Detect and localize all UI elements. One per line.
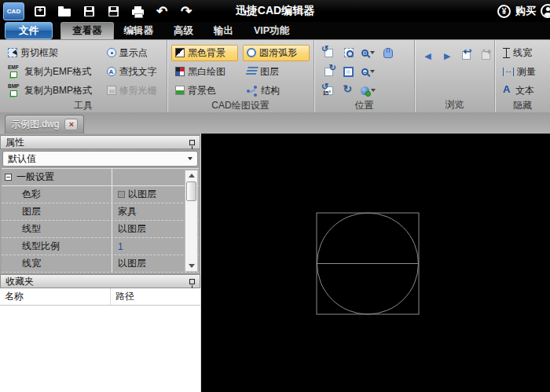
property-group-row[interactable]: 一般设置 <box>2 169 199 186</box>
save-button[interactable] <box>80 2 97 20</box>
text-button[interactable]: 文本 <box>499 82 546 99</box>
rotate-right-icon <box>324 68 333 76</box>
zoom-extents-button[interactable] <box>339 63 358 80</box>
preset-dropdown-value: 默认值 <box>8 152 36 166</box>
button-label: 修剪光栅 <box>119 84 157 97</box>
currency-icon[interactable]: ¥ <box>497 5 511 18</box>
copy-as-bmp-button[interactable]: BMP复制为BMP格式 <box>4 82 98 99</box>
zoom-in-button[interactable] <box>358 44 378 61</box>
collapse-icon[interactable] <box>5 174 12 181</box>
open-folder-icon <box>58 9 71 16</box>
zoom-scale-button[interactable] <box>358 82 378 99</box>
black-background-button[interactable]: 黑色背景 <box>171 45 238 61</box>
property-value: 以图层 <box>118 257 146 270</box>
scroll-up-icon[interactable] <box>185 170 197 181</box>
pin-icon[interactable] <box>189 279 195 284</box>
bw-drawing-button[interactable]: 黑白绘图 <box>171 64 238 80</box>
zoom-window-button[interactable] <box>339 44 358 61</box>
trim-raster-button: 修剪光栅 <box>103 82 163 99</box>
properties-header: 属性 <box>0 135 200 149</box>
save-as-pdf-button[interactable]: PDF <box>104 2 122 20</box>
show-points-button[interactable]: 显示点 <box>103 45 163 61</box>
property-row-lineweight[interactable]: 线宽 以图层 <box>2 255 199 273</box>
favorites-header: 收藏夹 <box>0 274 200 288</box>
structure-icon <box>247 86 258 96</box>
zoom-extents-icon <box>343 67 354 77</box>
tab-file[interactable]: 文件 <box>5 22 53 39</box>
property-row-color[interactable]: 色彩 以图层 <box>2 186 199 203</box>
back-arrow-icon <box>424 49 431 61</box>
background-color-button[interactable]: 背景色 <box>171 82 238 99</box>
pin-icon[interactable] <box>189 140 195 145</box>
scroll-down-icon[interactable] <box>185 261 197 271</box>
previous-view-button[interactable] <box>459 46 475 64</box>
zoom-scale-icon <box>361 86 369 95</box>
buy-button[interactable]: 购买 <box>515 4 536 18</box>
structure-button[interactable]: 结构 <box>243 82 310 99</box>
rotate-left-button[interactable] <box>319 44 339 61</box>
rotate-right-button[interactable] <box>319 63 339 80</box>
menu-bar: 文件 查看器 编辑器 高级 输出 VIP功能 <box>0 22 550 39</box>
undo-button[interactable] <box>153 2 170 20</box>
measure-button[interactable]: 测量 <box>499 64 546 80</box>
zoom-refresh-icon <box>343 85 354 96</box>
pan-button[interactable] <box>378 44 398 61</box>
property-group-label: 一般设置 <box>16 170 54 184</box>
title-bar: CAD PDF 迅捷CAD编辑器 ¥ 购买 <box>0 0 550 22</box>
line-width-button[interactable]: 线宽 <box>499 45 546 61</box>
bw-drawing-icon <box>175 67 185 76</box>
pan-hand-icon <box>383 48 393 58</box>
ribbon-group-browse: 浏览 <box>415 40 495 112</box>
previous-view-icon <box>462 51 471 60</box>
black-background-icon <box>175 48 185 57</box>
forward-button[interactable] <box>439 46 456 64</box>
tab-vip[interactable]: VIP功能 <box>244 22 299 39</box>
smooth-arc-button[interactable]: 圆滑弧形 <box>243 45 310 61</box>
tab-editor[interactable]: 编辑器 <box>114 22 164 39</box>
back-button[interactable] <box>420 46 436 64</box>
scrollbar-thumb[interactable] <box>186 181 196 201</box>
redo-button[interactable] <box>178 2 195 20</box>
document-tab[interactable]: 示例图.dwg <box>5 115 84 134</box>
button-label: 圆滑弧形 <box>259 46 297 60</box>
group-label-browse: 浏览 <box>415 99 494 112</box>
open-file-button[interactable] <box>56 2 73 20</box>
property-row-layer[interactable]: 图层 家具 <box>2 203 199 221</box>
zoom-out-button[interactable] <box>358 63 378 80</box>
tab-viewer[interactable]: 查看器 <box>60 22 114 39</box>
next-view-button <box>478 46 494 64</box>
pdf-badge: PDF <box>109 12 119 16</box>
drawing-canvas[interactable] <box>201 134 550 392</box>
zoom-window-icon <box>344 48 354 57</box>
print-button[interactable] <box>129 2 146 20</box>
layers-icon <box>245 67 258 76</box>
button-label: 复制为EMF格式 <box>24 65 91 79</box>
account-icon[interactable] <box>541 4 550 18</box>
properties-scrollbar[interactable] <box>185 170 198 272</box>
button-label: 查找文字 <box>119 65 157 79</box>
close-tab-button[interactable] <box>64 119 78 130</box>
button-label: 测量 <box>517 65 536 79</box>
rotate-angle-icon: 35° <box>324 86 333 95</box>
favorites-list[interactable] <box>0 306 200 392</box>
trim-raster-icon <box>107 86 116 95</box>
redo-icon <box>181 3 192 20</box>
new-file-button[interactable] <box>31 2 49 20</box>
measure-icon <box>503 68 514 76</box>
property-row-linetype-scale[interactable]: 线型比例 1 <box>2 238 199 255</box>
copy-as-emf-button[interactable]: EMF复制为EMF格式 <box>4 64 98 80</box>
crop-frame-button[interactable]: 剪切框架 <box>4 45 98 61</box>
preset-dropdown[interactable]: 默认值 <box>2 151 198 167</box>
property-row-linetype[interactable]: 线型 以图层 <box>2 221 199 238</box>
tab-output[interactable]: 输出 <box>204 22 244 39</box>
app-logo-text: CAD <box>7 8 20 15</box>
print-icon <box>132 9 144 15</box>
tab-advanced[interactable]: 高级 <box>163 22 204 39</box>
layers-button[interactable]: 图层 <box>243 64 310 80</box>
rotate-angle-button[interactable]: 35° <box>319 82 339 99</box>
show-points-icon <box>107 48 116 57</box>
find-text-icon <box>107 67 116 76</box>
zoom-refresh-button[interactable] <box>339 82 358 99</box>
find-text-button[interactable]: 查找文字 <box>103 64 163 80</box>
cad-drawing <box>201 134 550 392</box>
